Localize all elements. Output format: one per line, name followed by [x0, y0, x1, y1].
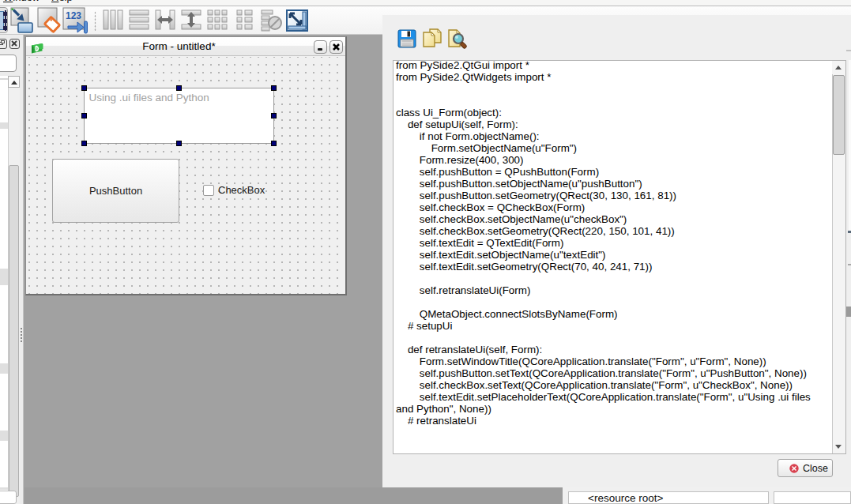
svg-text:123: 123: [66, 10, 81, 21]
